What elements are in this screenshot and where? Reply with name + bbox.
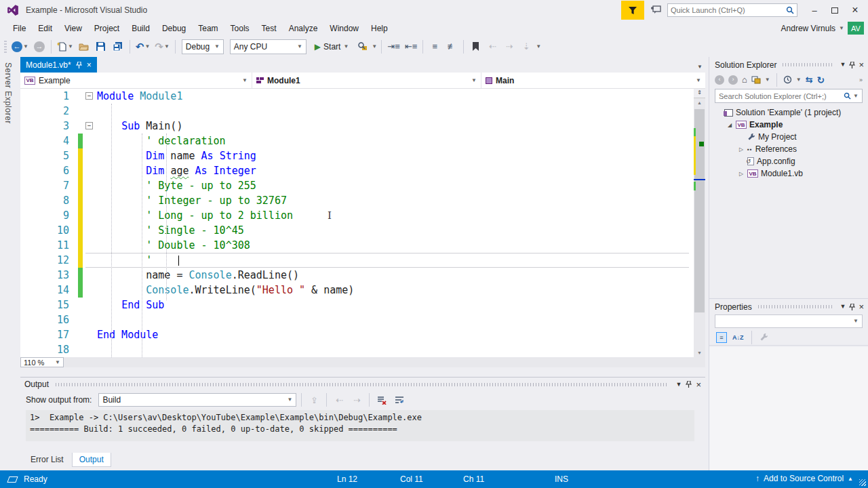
panel-grip[interactable] <box>758 305 834 308</box>
zoom-level-select[interactable]: 110 %▼ <box>20 357 64 367</box>
attach-to-process-button[interactable] <box>355 39 370 55</box>
tree-item-references[interactable]: ▷▪▪References <box>709 143 868 155</box>
window-position-dropdown[interactable]: ▼ <box>675 382 682 388</box>
user-dropdown-icon[interactable]: ▼ <box>839 26 844 31</box>
close-tab-icon[interactable]: × <box>87 60 92 70</box>
server-explorer-tab[interactable]: Server Explorer <box>3 62 13 124</box>
code-line-13[interactable]: 13 name = Console.ReadLine() <box>20 268 693 283</box>
panel-grip[interactable] <box>783 63 833 66</box>
scroll-up-icon[interactable]: ▲ <box>694 98 705 107</box>
tree-back-button[interactable]: ‹ <box>715 75 724 85</box>
toolbar-overflow-icon[interactable]: » <box>859 77 863 83</box>
switch-views-button[interactable] <box>751 76 761 84</box>
code-line-15[interactable]: 15 End Sub <box>20 298 693 312</box>
tree-item-my-project[interactable]: My Project <box>709 131 868 143</box>
collapse-toggle[interactable]: − <box>85 122 93 129</box>
open-file-button[interactable] <box>77 39 92 55</box>
find-message-button[interactable]: ⇪ <box>307 392 321 408</box>
navigate-forward-button[interactable]: → <box>32 39 47 55</box>
start-debugging-button[interactable]: ▶ Start ▼ <box>311 39 353 55</box>
code-line-9[interactable]: 9 ' Long - up to 2 billion <box>20 208 693 223</box>
properties-object-select[interactable]: ▼ <box>715 314 863 328</box>
code-line-14[interactable]: 14 Console.WriteLine("Hello " & name) <box>20 283 693 298</box>
code-line-16[interactable]: 16 <box>20 312 693 327</box>
add-to-source-control-button[interactable]: ↑ Add to Source Control ▲ <box>755 474 853 483</box>
toolbar-overflow-icon[interactable]: ▼ <box>536 44 541 49</box>
toolbar-grip[interactable] <box>4 41 7 53</box>
toggle-bookmark-button[interactable] <box>468 39 483 55</box>
solution-search-input[interactable] <box>719 92 844 100</box>
send-feedback-button[interactable] <box>647 2 665 18</box>
toolbar-overflow-icon[interactable]: ▼ <box>372 44 377 49</box>
bottom-tab-output[interactable]: Output <box>72 453 111 467</box>
chevron-down-icon[interactable]: ▼ <box>796 77 802 83</box>
chevron-down-icon[interactable]: ▼ <box>853 94 859 99</box>
comment-lines-button[interactable]: ≡ <box>427 39 442 55</box>
avatar[interactable]: AV <box>848 22 864 35</box>
tree-item-app-config[interactable]: App.config <box>709 155 868 167</box>
code-line-4[interactable]: 4 ' declaration <box>20 134 693 148</box>
solution-search-box[interactable]: ▼ <box>715 89 863 103</box>
window-position-dropdown[interactable]: ▼ <box>840 304 846 310</box>
code-line-8[interactable]: 8 ' Integer - up to 32767 <box>20 193 693 208</box>
resize-grip[interactable] <box>859 479 866 486</box>
next-message-button[interactable]: ⇢ <box>349 392 364 408</box>
code-line-1[interactable]: 1−Module Module1 <box>20 89 693 104</box>
horizontal-scrollbar-row[interactable]: 110 %▼ <box>20 357 705 367</box>
tree-forward-button[interactable]: › <box>728 75 738 85</box>
menu-build[interactable]: Build <box>125 22 156 35</box>
close-panel-icon[interactable]: × <box>859 60 864 70</box>
menu-window[interactable]: Window <box>323 22 365 35</box>
uncomment-lines-button[interactable]: ≢ <box>444 39 459 55</box>
close-button[interactable]: × <box>845 3 865 18</box>
tree-item-example[interactable]: ◢VBExample <box>709 119 868 131</box>
menu-analyze[interactable]: Analyze <box>283 22 324 35</box>
decrease-indent-button[interactable]: ⇤≡ <box>403 39 418 55</box>
previous-bookmark-button[interactable]: ⇠ <box>485 39 500 55</box>
code-line-7[interactable]: 7 ' Byte - up to 255 <box>20 178 693 193</box>
collapsed-arrow-icon[interactable]: ▷ <box>738 171 745 177</box>
code-line-5[interactable]: 5 Dim name As String <box>20 148 693 163</box>
document-tab-module1[interactable]: Module1.vb* × <box>20 57 97 73</box>
code-line-6[interactable]: 6 Dim age As Integer <box>20 163 693 178</box>
clear-all-button[interactable] <box>374 392 389 408</box>
sync-with-active-document-button[interactable]: ⇆ <box>806 75 813 85</box>
pin-icon[interactable] <box>849 62 855 68</box>
categorized-view-button[interactable]: ≡ <box>716 332 727 343</box>
save-button[interactable] <box>94 39 108 55</box>
menu-edit[interactable]: Edit <box>32 22 58 35</box>
quick-launch-box[interactable] <box>667 3 797 17</box>
menu-view[interactable]: View <box>58 22 88 35</box>
type-dropdown[interactable]: Module1 ▼ <box>252 73 481 88</box>
project-dropdown[interactable]: VB Example ▼ <box>20 73 252 88</box>
close-panel-icon[interactable]: × <box>696 380 701 390</box>
bottom-tab-error-list[interactable]: Error List <box>24 453 71 466</box>
code-line-12[interactable]: 12 ' <box>20 253 693 268</box>
output-log[interactable]: 1> Example -> C:\Users\av\Desktop\YouTub… <box>26 410 694 441</box>
scrollbar-thumb[interactable] <box>694 109 705 312</box>
split-editor-handle[interactable]: ⇕ <box>694 89 705 98</box>
increase-indent-button[interactable]: ⇥≡ <box>386 39 401 55</box>
refresh-button[interactable]: ↻ <box>817 75 825 85</box>
filter-notification-button[interactable] <box>621 1 644 20</box>
menu-project[interactable]: Project <box>88 22 125 35</box>
word-wrap-button[interactable] <box>392 392 407 408</box>
menu-tools[interactable]: Tools <box>224 22 256 35</box>
menu-file[interactable]: File <box>7 22 32 35</box>
clear-bookmarks-button[interactable]: ⇣ <box>519 39 534 55</box>
alphabetical-sort-button[interactable]: A↓Z <box>732 334 744 341</box>
code-line-10[interactable]: 10 ' Single - 10^45 <box>20 223 693 238</box>
close-panel-icon[interactable]: × <box>859 302 864 312</box>
property-pages-button[interactable] <box>760 333 768 342</box>
tree-item-module1-vb[interactable]: ▷VBModule1.vb <box>709 167 868 180</box>
undo-button[interactable]: ↶▼ <box>134 39 152 55</box>
menu-help[interactable]: Help <box>365 22 394 35</box>
window-position-dropdown[interactable]: ▼ <box>840 62 846 68</box>
pending-changes-filter-button[interactable] <box>783 75 792 84</box>
previous-message-button[interactable]: ⇠ <box>332 392 347 408</box>
navigate-backward-button[interactable]: ←▼ <box>10 39 30 55</box>
collapse-toggle[interactable]: − <box>85 92 93 100</box>
new-project-button[interactable]: ▼ <box>56 39 75 55</box>
code-line-17[interactable]: 17End Module <box>20 327 693 342</box>
solution-platform-select[interactable]: Any CPU▼ <box>230 39 307 54</box>
